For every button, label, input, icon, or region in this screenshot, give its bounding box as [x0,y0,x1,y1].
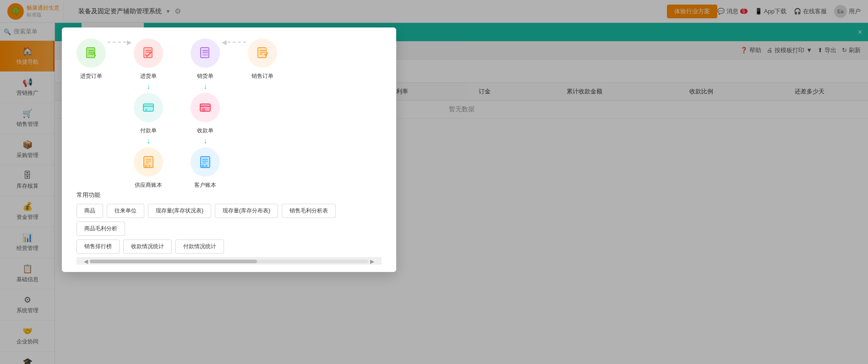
func-btn-stock-status[interactable]: 现存量(库存状况表) [148,204,211,218]
scroll-right-arrow[interactable]: ▶ [368,258,376,265]
payment-bill-label: 付款单 [140,127,157,135]
sales-order-node[interactable]: 销售订单 [248,38,277,80]
sales-bill-node[interactable]: 销货单 [191,38,220,80]
func-btn-contacts[interactable]: 往来单位 [107,204,144,218]
purchase-bill-label: 进货单 [140,72,157,80]
purchase-order-label: 进货订单 [80,72,102,80]
sales-order-icon [248,38,277,68]
svg-text:账本: 账本 [145,164,151,168]
customer-account-label: 客户账本 [194,181,216,189]
supplier-account-icon: 账本 [134,147,163,177]
purchase-order-node[interactable]: 进货订单 [76,38,106,80]
flow-diagram: 进货订单 ▶ [76,38,382,189]
svg-text:¥: ¥ [145,108,147,112]
modal-overlay[interactable]: 进货订单 ▶ [0,0,868,364]
scroll-left-arrow[interactable]: ◀ [82,258,90,265]
customer-account-icon: 账本 [191,147,220,177]
func-btn-stock-dist[interactable]: 现存量(库存分布表) [215,204,278,218]
svg-rect-15 [201,48,209,58]
svg-text:收: 收 [202,108,206,112]
svg-rect-0 [87,48,95,58]
receipt-bill-icon: 收 [191,93,220,122]
purchase-order-icon [76,38,106,68]
modal-box: 进货订单 ▶ [62,27,396,272]
sales-bill-label: 销货单 [197,72,213,80]
supplier-account-node[interactable]: 账本 供应商账本 [134,147,163,189]
payment-bill-node[interactable]: ¥ 付款单 [134,93,163,135]
common-functions-section: 常用功能 商品 往来单位 现存量(库存状况表) 现存量(库存分布表) 销售毛利分… [76,191,382,254]
payment-bill-icon: ¥ [134,93,163,122]
scroll-thumb [90,260,257,263]
svg-text:账本: 账本 [202,164,208,168]
svg-rect-18 [202,54,208,56]
func-buttons-row2: 销售排行榜 收款情况统计 付款情况统计 [76,239,382,254]
svg-rect-27 [258,48,266,58]
customer-account-node[interactable]: 账本 客户账本 [191,147,220,189]
sales-order-label: 销售订单 [251,72,273,80]
sales-bill-icon [191,38,220,68]
scroll-bar-area: ◀ ▶ [76,257,382,265]
func-btn-sales-profit[interactable]: 销售毛利分析表 [282,204,336,218]
func-btn-goods[interactable]: 商品 [76,204,103,218]
func-btn-sales-rank[interactable]: 销售排行榜 [76,239,120,254]
func-btn-receipt-stats[interactable]: 收款情况统计 [123,239,172,254]
receipt-bill-node[interactable]: 收 收款单 [191,93,220,135]
scroll-track[interactable] [90,260,368,263]
func-buttons-row1: 商品 往来单位 现存量(库存状况表) 现存量(库存分布表) 销售毛利分析表 商品… [76,204,382,236]
common-func-title: 常用功能 [76,191,382,199]
receipt-bill-label: 收款单 [197,127,213,135]
purchase-bill-icon [134,38,163,68]
func-btn-payment-stats[interactable]: 付款情况统计 [175,239,224,254]
func-btn-goods-profit[interactable]: 商品毛利分析 [76,222,125,236]
supplier-account-label: 供应商账本 [135,181,162,189]
purchase-bill-node[interactable]: 进货单 [134,38,163,80]
